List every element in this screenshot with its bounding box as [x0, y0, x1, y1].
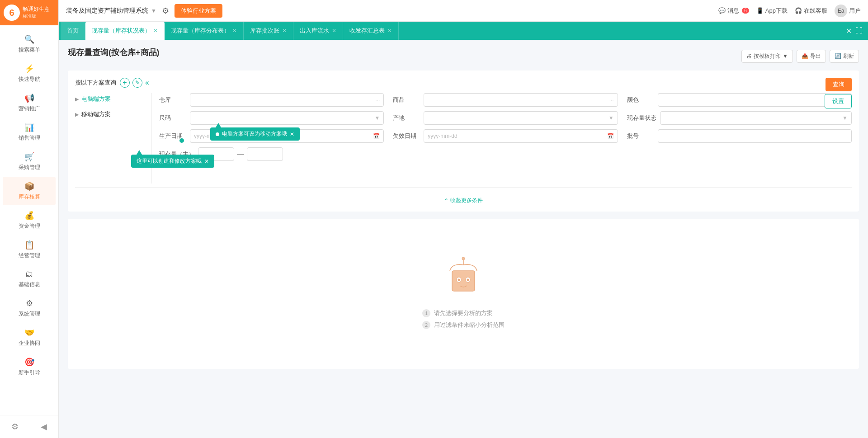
- calendar-icon[interactable]: 📅: [373, 133, 380, 139]
- settings-footer-button[interactable]: ⚙: [9, 420, 20, 433]
- headset-icon: 🎧: [795, 7, 802, 14]
- tooltip1-close[interactable]: ✕: [290, 131, 294, 137]
- app-download-button[interactable]: 📱 App下载: [756, 7, 788, 15]
- tab-batch-ledger[interactable]: 库存批次账 ✕: [244, 22, 293, 40]
- arrow-left-icon[interactable]: «: [145, 79, 149, 87]
- sidebar-item-purchase[interactable]: 🛒 采购管理: [3, 147, 56, 176]
- stock-status-select[interactable]: ▼: [660, 111, 852, 125]
- stock-main-to[interactable]: [247, 147, 283, 161]
- edit-scheme-button[interactable]: ✎: [132, 78, 142, 88]
- size-label: 尺码: [159, 114, 186, 122]
- svg-point-4: [467, 279, 469, 281]
- close-icon[interactable]: ✕: [332, 28, 336, 34]
- filter-panel-wrapper: 查询 设置 按以下方案查询 + ✎ «: [68, 71, 859, 212]
- export-label: 导出: [810, 52, 821, 60]
- scheme-mobile-label: 移动端方案: [81, 110, 111, 118]
- page-content: 现存量查询(按仓库+商品) 🖨 按模板打印 ▼ 📤 导出 🔄 刷新: [59, 40, 868, 438]
- marketing-icon: 📢: [24, 93, 34, 103]
- sidebar-item-quick-nav[interactable]: ⚡ 快速导航: [3, 59, 56, 88]
- color-select[interactable]: ▼: [658, 93, 852, 107]
- online-service-label: 在线客服: [804, 7, 827, 15]
- filter-row-4: 现存量（主） —: [159, 147, 852, 161]
- user-menu[interactable]: Ea 用户: [835, 5, 861, 17]
- scheme-item-desktop[interactable]: ▶ 电脑端方案: [75, 93, 146, 105]
- add-scheme-button[interactable]: +: [120, 78, 130, 88]
- filter-row-1: 仓库 ··· 商品 ···: [159, 93, 852, 107]
- collapse-sidebar-button[interactable]: ◀: [39, 420, 49, 433]
- goods-select[interactable]: ···: [424, 93, 618, 107]
- origin-select[interactable]: ▼: [424, 111, 618, 125]
- finance-icon: 💰: [24, 211, 34, 221]
- step-num-2: 2: [422, 321, 430, 329]
- svg-point-3: [458, 279, 460, 281]
- gear-icon[interactable]: ⚙: [162, 6, 169, 16]
- user-abbr: Ea: [838, 8, 844, 14]
- search-button[interactable]: 查询: [826, 78, 852, 91]
- refresh-button[interactable]: 🔄 刷新: [830, 50, 859, 63]
- message-button[interactable]: 💬 消息 6: [718, 7, 749, 15]
- message-icon: 💬: [718, 7, 726, 14]
- filter-warehouse: 仓库 ···: [159, 93, 384, 107]
- refresh-icon: 🔄: [835, 53, 841, 59]
- sidebar-footer: ⚙ ◀: [0, 415, 58, 438]
- sidebar-item-guide[interactable]: 🎯 新手引导: [3, 353, 56, 381]
- settings-button[interactable]: 设置: [825, 94, 852, 108]
- export-icon: 📤: [802, 53, 808, 59]
- filter-header: 按以下方案查询 + ✎ «: [75, 78, 852, 88]
- purchase-icon: 🛒: [24, 152, 34, 162]
- empty-state: 1 请先选择要分析的方案 2 用过滤条件来缩小分析范围: [68, 219, 859, 369]
- filter-row-2: 尺码 ▼ 产地 ▼: [159, 111, 852, 125]
- tooltip2-close[interactable]: ✕: [204, 158, 209, 165]
- system-selector[interactable]: 装备及固定资产辅助管理系统 ▼: [66, 7, 156, 15]
- filter-batch-no: 批号: [627, 129, 852, 143]
- tooltip2-text: 这里可以创建和修改方案哦: [137, 157, 202, 165]
- close-icon[interactable]: ✕: [153, 28, 158, 34]
- tab-inventory-status[interactable]: 现存量（库存状况表） ✕: [85, 22, 165, 40]
- tab-receive-summary[interactable]: 收发存汇总表 ✕: [343, 22, 399, 40]
- batch-no-input[interactable]: [658, 129, 852, 143]
- sidebar-label-sales: 销售管理: [19, 134, 40, 142]
- sidebar-item-operations[interactable]: 📋 经营管理: [3, 235, 56, 264]
- expire-date-input[interactable]: yyyy-mm-dd 📅: [424, 129, 618, 143]
- close-icon[interactable]: ✕: [387, 28, 392, 34]
- chevron-down-icon: ▼: [609, 115, 614, 121]
- collapse-filters-button[interactable]: ⌃ 收起更多条件: [75, 197, 852, 204]
- tab-inout-flow[interactable]: 出入库流水 ✕: [293, 22, 343, 40]
- scheme-item-mobile[interactable]: ▶ 移动端方案: [75, 108, 146, 120]
- goods-label: 商品: [393, 96, 420, 104]
- online-service-button[interactable]: 🎧 在线客服: [795, 7, 827, 15]
- sidebar-item-marketing[interactable]: 📢 营销推广: [3, 89, 56, 117]
- calendar-icon[interactable]: 📅: [607, 133, 614, 139]
- sidebar-item-basic[interactable]: 🗂 基础信息: [3, 265, 56, 293]
- print-button[interactable]: 🖨 按模板打印 ▼: [741, 50, 793, 63]
- sidebar-item-search[interactable]: 🔍 搜索菜单: [3, 30, 56, 58]
- tab-home[interactable]: 首页: [61, 22, 85, 40]
- fullscreen-icon[interactable]: ⛶: [855, 27, 863, 35]
- tab-inventory-dist[interactable]: 现存量（库存分布表） ✕: [165, 22, 244, 40]
- message-label: 消息: [727, 7, 739, 15]
- export-button[interactable]: 📤 导出: [797, 50, 826, 63]
- scheme-desktop-label: 电脑端方案: [81, 95, 111, 103]
- sidebar-item-sales[interactable]: 📊 销售管理: [3, 118, 56, 146]
- sidebar-item-finance[interactable]: 💰 资金管理: [3, 206, 56, 235]
- empty-hint-2: 用过滤条件来缩小分析范围: [434, 321, 505, 329]
- filter-goods: 商品 ···: [393, 93, 618, 107]
- system-icon: ⚙: [26, 298, 33, 308]
- industry-button[interactable]: 体验行业方案: [175, 4, 222, 18]
- system-name: 装备及固定资产辅助管理系统: [66, 7, 148, 15]
- header-left: 装备及固定资产辅助管理系统 ▼ ⚙ 体验行业方案: [66, 4, 222, 18]
- sidebar-item-enterprise[interactable]: 🤝 企业协同: [3, 323, 56, 352]
- close-all-icon[interactable]: ✕: [846, 27, 852, 35]
- sidebar-item-inventory[interactable]: 📦 库存核算: [3, 177, 56, 205]
- chevron-down-icon: ▼: [783, 53, 788, 59]
- tooltip-bubble-create: 这里可以创建和修改方案哦 ✕: [131, 155, 214, 168]
- filter-stock-status: 现存量状态 ▼: [627, 111, 852, 125]
- close-icon[interactable]: ✕: [232, 28, 237, 34]
- tooltip-bubble-dot: [216, 132, 219, 136]
- sidebar-item-system[interactable]: ⚙ 系统管理: [3, 294, 56, 322]
- warehouse-select[interactable]: ···: [190, 93, 384, 107]
- sidebar-label-purchase: 采购管理: [19, 164, 40, 171]
- step-num-1: 1: [422, 309, 430, 317]
- close-icon[interactable]: ✕: [282, 28, 287, 34]
- top-header: 装备及固定资产辅助管理系统 ▼ ⚙ 体验行业方案 💬 消息 6 📱 App下载 …: [59, 0, 868, 22]
